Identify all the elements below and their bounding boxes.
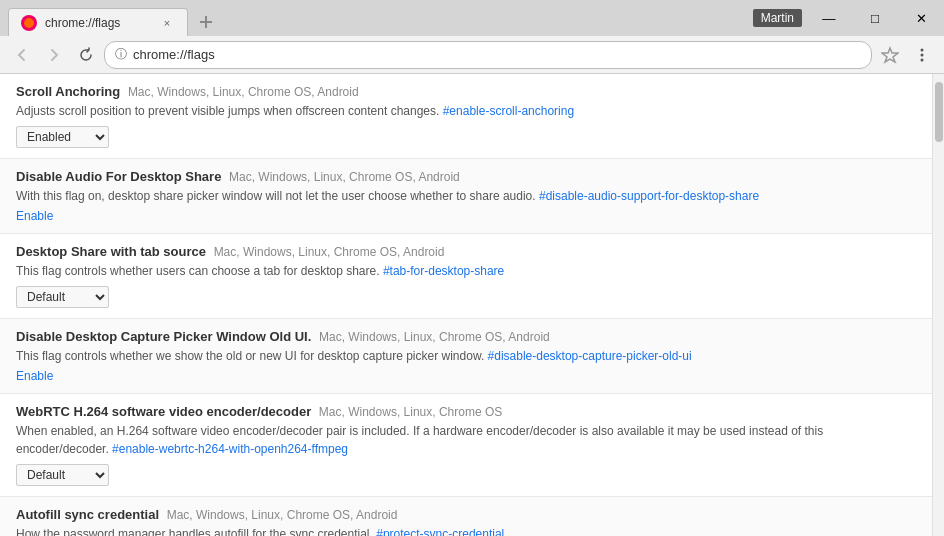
flag-name: Desktop Share with tab source bbox=[16, 244, 206, 259]
flag-platforms: Mac, Windows, Linux, Chrome OS, Android bbox=[319, 330, 550, 344]
flag-control: DefaultEnabledDisabled bbox=[16, 286, 916, 308]
tab-close-button[interactable]: × bbox=[159, 15, 175, 31]
flag-link[interactable]: #protect-sync-credential bbox=[376, 527, 504, 536]
flag-link[interactable]: #tab-for-desktop-share bbox=[383, 264, 504, 278]
flag-link[interactable]: #disable-desktop-capture-picker-old-ui bbox=[488, 349, 692, 363]
svg-marker-2 bbox=[882, 48, 898, 62]
svg-point-5 bbox=[921, 58, 924, 61]
address-info-icon: ⓘ bbox=[115, 46, 127, 63]
flag-header: Desktop Share with tab source Mac, Windo… bbox=[16, 244, 916, 259]
flag-item: Scroll Anchoring Mac, Windows, Linux, Ch… bbox=[0, 74, 932, 159]
flag-name: Autofill sync credential bbox=[16, 507, 159, 522]
flag-link[interactable]: #enable-scroll-anchoring bbox=[443, 104, 574, 118]
flag-header: Disable Desktop Capture Picker Window Ol… bbox=[16, 329, 916, 344]
flag-enable-link[interactable]: Enable bbox=[16, 209, 916, 223]
address-bar[interactable]: ⓘ chrome://flags bbox=[104, 41, 872, 69]
flag-description: With this flag on, desktop share picker … bbox=[16, 187, 916, 205]
reload-button[interactable] bbox=[72, 41, 100, 69]
flag-platforms: Mac, Windows, Linux, Chrome OS bbox=[319, 405, 502, 419]
flag-select[interactable]: DefaultEnabledDisabled bbox=[16, 126, 109, 148]
svg-point-3 bbox=[921, 48, 924, 51]
flag-platforms: Mac, Windows, Linux, Chrome OS, Android bbox=[229, 170, 460, 184]
bookmark-button[interactable] bbox=[876, 41, 904, 69]
flag-description: When enabled, an H.264 software video en… bbox=[16, 422, 916, 458]
flag-description: Adjusts scroll position to prevent visib… bbox=[16, 102, 916, 120]
minimize-button[interactable]: — bbox=[806, 4, 852, 32]
svg-point-4 bbox=[921, 53, 924, 56]
flag-header: Scroll Anchoring Mac, Windows, Linux, Ch… bbox=[16, 84, 916, 99]
flag-platforms: Mac, Windows, Linux, Chrome OS, Android bbox=[128, 85, 359, 99]
flag-link[interactable]: #enable-webrtc-h264-with-openh264-ffmpeg bbox=[112, 442, 348, 456]
flag-description: This flag controls whether we show the o… bbox=[16, 347, 916, 365]
flag-name: Scroll Anchoring bbox=[16, 84, 120, 99]
flag-platforms: Mac, Windows, Linux, Chrome OS, Android bbox=[167, 508, 398, 522]
window-controls: Martin — □ ✕ bbox=[753, 0, 944, 36]
tab-bar: chrome://flags × bbox=[0, 0, 753, 36]
flag-item: Autofill sync credential Mac, Windows, L… bbox=[0, 497, 932, 536]
toolbar: ⓘ chrome://flags bbox=[0, 36, 944, 74]
user-name: Martin bbox=[753, 9, 802, 27]
flag-description: This flag controls whether users can cho… bbox=[16, 262, 916, 280]
flag-name: Disable Desktop Capture Picker Window Ol… bbox=[16, 329, 311, 344]
active-tab[interactable]: chrome://flags × bbox=[8, 8, 188, 36]
flag-link[interactable]: #disable-audio-support-for-desktop-share bbox=[539, 189, 759, 203]
flag-header: WebRTC H.264 software video encoder/deco… bbox=[16, 404, 916, 419]
flag-description: How the password manager handles autofil… bbox=[16, 525, 916, 536]
new-tab-button[interactable] bbox=[192, 8, 220, 36]
flag-control: DefaultEnabledDisabled bbox=[16, 126, 916, 148]
flag-select[interactable]: DefaultEnabledDisabled bbox=[16, 286, 109, 308]
flag-control: DefaultEnabledDisabled bbox=[16, 464, 916, 486]
flag-header: Disable Audio For Desktop Share Mac, Win… bbox=[16, 169, 916, 184]
maximize-button[interactable]: □ bbox=[852, 4, 898, 32]
back-button[interactable] bbox=[8, 41, 36, 69]
flag-item: WebRTC H.264 software video encoder/deco… bbox=[0, 394, 932, 497]
tab-title: chrome://flags bbox=[45, 16, 153, 30]
flag-platforms: Mac, Windows, Linux, Chrome OS, Android bbox=[214, 245, 445, 259]
scrollbar-thumb[interactable] bbox=[935, 82, 943, 142]
scrollbar[interactable] bbox=[932, 74, 944, 536]
page-content: Scroll Anchoring Mac, Windows, Linux, Ch… bbox=[0, 74, 932, 536]
address-text: chrome://flags bbox=[133, 47, 861, 62]
flag-item: Desktop Share with tab source Mac, Windo… bbox=[0, 234, 932, 319]
flag-enable-link[interactable]: Enable bbox=[16, 369, 916, 383]
flag-item: Disable Desktop Capture Picker Window Ol… bbox=[0, 319, 932, 394]
title-bar: chrome://flags × Martin — □ ✕ bbox=[0, 0, 944, 36]
flag-header: Autofill sync credential Mac, Windows, L… bbox=[16, 507, 916, 522]
chrome-menu-button[interactable] bbox=[908, 41, 936, 69]
forward-button[interactable] bbox=[40, 41, 68, 69]
flag-name: Disable Audio For Desktop Share bbox=[16, 169, 221, 184]
flag-item: Disable Audio For Desktop Share Mac, Win… bbox=[0, 159, 932, 234]
flag-name: WebRTC H.264 software video encoder/deco… bbox=[16, 404, 311, 419]
flag-select[interactable]: DefaultEnabledDisabled bbox=[16, 464, 109, 486]
content-area: Scroll Anchoring Mac, Windows, Linux, Ch… bbox=[0, 74, 944, 536]
close-button[interactable]: ✕ bbox=[898, 4, 944, 32]
tab-favicon bbox=[21, 15, 37, 31]
svg-rect-1 bbox=[200, 21, 212, 23]
